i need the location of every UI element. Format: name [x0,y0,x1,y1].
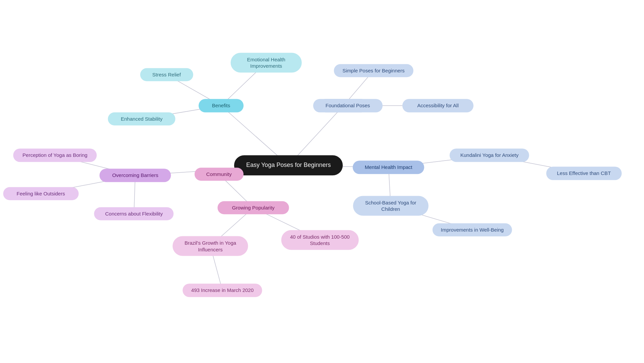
node-accessibility[interactable]: Accessibility for All [402,99,474,113]
node-overcoming-barriers[interactable]: Overcoming Barriers [100,169,171,182]
node-less-effective[interactable]: Less Effective than CBT [546,167,622,180]
node-foundational-poses[interactable]: Foundational Poses [313,99,382,113]
node-benefits[interactable]: Benefits [199,99,244,113]
node-493-increase[interactable]: 493 Increase in March 2020 [182,284,262,297]
node-improvements-wellbeing[interactable]: Improvements in Well-Being [432,223,512,237]
node-studios[interactable]: 40 of Studios with 100-500 Students [281,230,359,250]
node-concerns-flexibility[interactable]: Concerns about Flexibility [94,207,174,221]
node-enhanced-stability[interactable]: Enhanced Stability [108,112,175,126]
node-feeling-outsiders[interactable]: Feeling like Outsiders [3,187,78,200]
node-emotional-health[interactable]: Emotional Health Improvements [230,53,302,72]
node-growing-popularity[interactable]: Growing Popularity [218,201,289,215]
node-community[interactable]: Community [195,168,244,181]
node-stress-relief[interactable]: Stress Relief [140,68,193,81]
node-perception-boring[interactable]: Perception of Yoga as Boring [13,149,97,162]
node-school-yoga[interactable]: School-Based Yoga for Children [353,196,428,216]
node-kundalini[interactable]: Kundalini Yoga for Anxiety [450,149,529,162]
center-node[interactable]: Easy Yoga Poses for Beginners [234,156,343,175]
node-brazil-growth[interactable]: Brazil's Growth in Yoga Influencers [173,236,248,256]
node-simple-poses[interactable]: Simple Poses for Beginners [334,64,413,77]
mind-map: Easy Yoga Poses for BeginnersBenefitsStr… [0,0,644,363]
node-mental-health[interactable]: Mental Health Impact [353,161,424,174]
connection-lines [0,0,644,363]
